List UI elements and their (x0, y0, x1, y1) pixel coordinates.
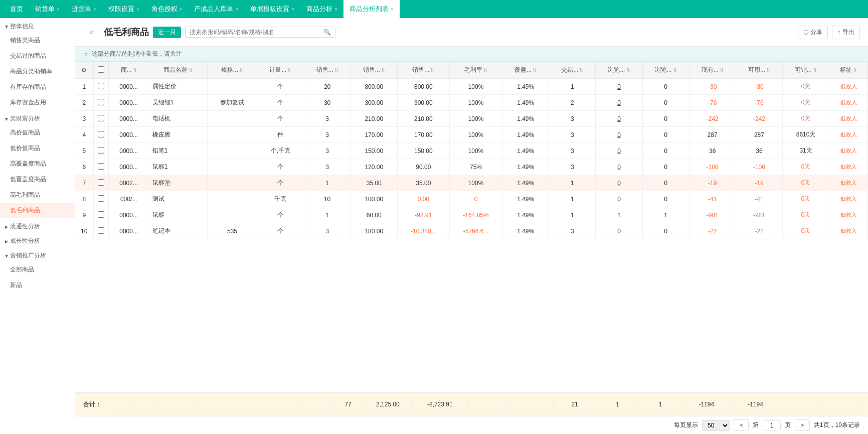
cell-name[interactable]: 鼠标垫 (149, 175, 207, 191)
col-name[interactable]: 商品名称⇅ (149, 62, 207, 79)
cell-name[interactable]: 笔记本 (149, 223, 207, 239)
cell-checkbox[interactable] (93, 111, 108, 127)
col-settings[interactable]: ⚙ (75, 62, 93, 79)
nav-permissions[interactable]: 权限设置 × (102, 0, 145, 18)
nav-template-settings[interactable]: 单据模板设置 × (244, 0, 300, 18)
col-spec[interactable]: 规格...⇅ (207, 62, 257, 79)
cell-browse1[interactable]: 1 (596, 207, 642, 223)
cell-name[interactable]: 测试 (149, 191, 207, 207)
col-coverage[interactable]: 覆盖...⇅ (502, 62, 549, 79)
cell-browse1[interactable]: 0 (596, 159, 642, 175)
cell-spec (207, 207, 257, 223)
col-gross-margin[interactable]: 毛利率⇅ (449, 62, 502, 79)
cell-name[interactable]: 属性定价 (149, 79, 207, 95)
cell-checkbox[interactable] (93, 207, 108, 223)
col-checkbox[interactable] (93, 62, 108, 79)
page-number-input[interactable] (763, 420, 781, 430)
cell-name[interactable]: 电话机 (149, 111, 207, 127)
nav-product-analysis[interactable]: 商品分析 × (300, 0, 343, 18)
nav-product-analysis-list[interactable]: 商品分析列表 × (343, 0, 400, 18)
share-button[interactable]: ⬡ 分享 (798, 26, 828, 39)
close-icon[interactable]: × (235, 7, 238, 12)
sidebar-group-overview[interactable]: ▾ 整体信息 (0, 18, 75, 33)
search-icon[interactable]: 🔍 (323, 29, 331, 36)
cell-sales-profit: -98.91 (397, 207, 449, 223)
col-sales-price[interactable]: 销售...⇅ (351, 62, 397, 79)
sidebar-group-marketing[interactable]: ▾ 营销推广分析 (0, 247, 75, 262)
sidebar-group-wealth[interactable]: ▾ 类财富分析 (0, 110, 75, 125)
sidebar-item-low-value[interactable]: 低价值商品 (0, 140, 75, 156)
cell-browse1[interactable]: 0 (596, 95, 642, 111)
cell-checkbox[interactable] (93, 79, 108, 95)
cell-checkbox[interactable] (93, 191, 108, 207)
col-browse1[interactable]: 浏览...⇅ (596, 62, 642, 79)
nav-purchase-order[interactable]: 进货单 × (66, 0, 102, 18)
sidebar-item-stock-capital[interactable]: 库存资金占用 (0, 95, 75, 110)
close-icon[interactable]: × (93, 7, 96, 12)
sidebar-item-low-margin[interactable]: 低毛利商品 (0, 203, 75, 218)
col-tag[interactable]: 标签⇅ (829, 62, 868, 79)
sidebar-item-high-coverage[interactable]: 高覆盖度商品 (0, 156, 75, 172)
cell-browse1[interactable]: 0 (596, 127, 642, 143)
sidebar-item-high-value[interactable]: 高价值商品 (0, 125, 75, 140)
col-code[interactable]: 商...⇅ (108, 62, 149, 79)
close-icon[interactable]: × (291, 7, 294, 12)
cell-browse1[interactable]: 0 (596, 143, 642, 159)
cell-checkbox[interactable] (93, 175, 108, 191)
sidebar-item-category-rate[interactable]: 商品分类助销率 (0, 64, 75, 79)
search-input[interactable] (190, 29, 323, 36)
col-browse2[interactable]: 浏览...⇅ (642, 62, 689, 79)
page-size-select[interactable]: 50 100 200 (702, 420, 730, 431)
col-sales-qty[interactable]: 销售...⇅ (304, 62, 351, 79)
cell-browse1[interactable]: 0 (596, 175, 642, 191)
cell-sales-qty: 1 (304, 175, 351, 191)
cell-checkbox[interactable] (93, 95, 108, 111)
cell-current-stock: -242 (689, 111, 736, 127)
col-trans-count[interactable]: 交易...⇅ (549, 62, 596, 79)
cell-browse1[interactable]: 0 (596, 111, 642, 127)
cell-browse1[interactable]: 0 (596, 79, 642, 95)
nav-home[interactable]: 首页 (4, 0, 29, 18)
sidebar-item-all-goods[interactable]: 全部商品 (0, 262, 75, 277)
close-icon[interactable]: × (57, 7, 60, 12)
sidebar-group-growth[interactable]: ▸ 成长性分析 (0, 233, 75, 247)
cell-name[interactable]: 鼠标1 (149, 159, 207, 175)
col-available[interactable]: 可用...⇅ (736, 62, 782, 79)
cell-name[interactable]: 吴细细1 (149, 95, 207, 111)
sidebar-item-high-margin[interactable]: 高毛利商品 (0, 187, 75, 203)
cell-browse1[interactable]: 0 (596, 191, 642, 207)
sidebar-item-new-goods[interactable]: 新品 (0, 277, 75, 293)
close-icon[interactable]: × (136, 7, 139, 12)
close-icon[interactable]: × (334, 7, 337, 12)
cell-checkbox[interactable] (93, 127, 108, 143)
prev-page-button[interactable]: ＜ (734, 419, 749, 431)
export-button[interactable]: ↑ 导出 (832, 26, 860, 39)
col-current-stock[interactable]: 现有...⇅ (689, 62, 736, 79)
cell-checkbox[interactable] (93, 159, 108, 175)
sidebar-item-low-coverage[interactable]: 低覆盖度商品 (0, 172, 75, 187)
cell-checkbox[interactable] (93, 223, 108, 239)
nav-role-auth[interactable]: 角色授权 × (145, 0, 189, 18)
col-sales-profit[interactable]: 销售...⇅ (397, 62, 449, 79)
sidebar-item-traded-goods[interactable]: 交易过的商品 (0, 48, 75, 64)
cell-name[interactable]: 铅笔1 (149, 143, 207, 159)
nav-sales-order[interactable]: 销货单 × (29, 0, 66, 18)
cell-tag: 低收入 (829, 175, 868, 191)
select-all-checkbox[interactable] (98, 66, 104, 73)
cell-browse1[interactable]: 0 (596, 223, 642, 239)
sidebar-item-stocked-goods[interactable]: 有库存的商品 (0, 79, 75, 95)
cell-name[interactable]: 橡皮擦 (149, 127, 207, 143)
sidebar-item-sales-goods[interactable]: 销售类商品 (0, 33, 75, 48)
date-filter-button[interactable]: 近一月 (153, 27, 181, 38)
col-sellable[interactable]: 可销...⇅ (783, 62, 829, 79)
col-unit[interactable]: 计量...⇅ (257, 62, 304, 79)
cell-checkbox[interactable] (93, 143, 108, 159)
sidebar-collapse-button[interactable]: « (83, 23, 100, 41)
close-icon[interactable]: × (180, 7, 183, 12)
next-page-button[interactable]: ＞ (795, 419, 810, 431)
close-icon[interactable]: × (391, 7, 394, 12)
cell-sales-profit: 800.00 (397, 79, 449, 95)
cell-name[interactable]: 鼠标 (149, 207, 207, 223)
sidebar-group-circulation[interactable]: ▸ 流通性分析 (0, 218, 75, 233)
nav-product-entry[interactable]: 产成品入库单 × (188, 0, 244, 18)
